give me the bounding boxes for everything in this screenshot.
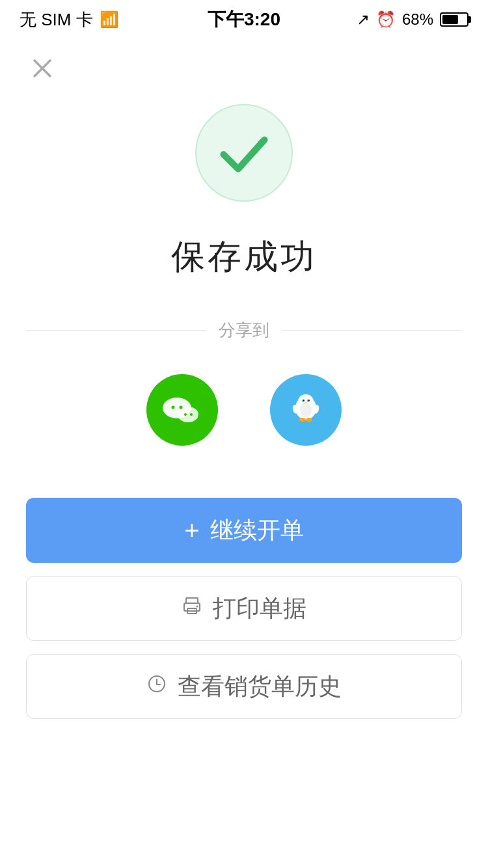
svg-point-13 bbox=[308, 400, 310, 401]
print-button[interactable]: 打印单据 bbox=[26, 576, 462, 641]
share-icons-row bbox=[146, 374, 342, 446]
status-bar: 无 SIM 卡 📶 下午3:20 ↗ ⏰ 68% bbox=[0, 0, 488, 39]
continue-label: 继续开单 bbox=[210, 515, 304, 547]
printer-icon bbox=[182, 595, 202, 621]
continue-button[interactable]: + 继续开单 bbox=[26, 498, 462, 563]
qq-share-button[interactable] bbox=[270, 374, 342, 446]
divider-right bbox=[282, 330, 462, 331]
wechat-icon bbox=[159, 387, 205, 433]
share-section: 分享到 bbox=[26, 319, 462, 446]
svg-point-5 bbox=[180, 406, 183, 409]
location-icon: ↗ bbox=[357, 10, 370, 29]
status-time: 下午3:20 bbox=[208, 7, 280, 32]
svg-rect-20 bbox=[186, 598, 198, 603]
svg-point-7 bbox=[190, 413, 193, 416]
history-button[interactable]: 查看销货单历史 bbox=[26, 654, 462, 719]
svg-point-6 bbox=[184, 413, 187, 416]
svg-point-17 bbox=[306, 418, 312, 422]
carrier-text: 无 SIM 卡 bbox=[20, 8, 93, 31]
battery-icon bbox=[440, 12, 468, 27]
svg-point-12 bbox=[303, 400, 305, 401]
battery-percentage: 68% bbox=[402, 10, 433, 29]
success-icon-circle bbox=[195, 104, 293, 202]
success-title: 保存成功 bbox=[171, 234, 317, 280]
svg-point-23 bbox=[197, 606, 198, 608]
status-left: 无 SIM 卡 📶 bbox=[20, 8, 119, 31]
alarm-icon: ⏰ bbox=[376, 10, 396, 29]
print-label: 打印单据 bbox=[213, 593, 306, 625]
wifi-icon: 📶 bbox=[100, 10, 119, 29]
share-label: 分享到 bbox=[219, 319, 269, 342]
svg-point-16 bbox=[299, 418, 306, 422]
checkmark-icon bbox=[215, 124, 273, 182]
close-button[interactable] bbox=[26, 52, 59, 85]
history-label: 查看销货单历史 bbox=[178, 671, 342, 703]
main-content: 保存成功 分享到 bbox=[0, 39, 488, 868]
share-divider-row: 分享到 bbox=[26, 319, 462, 342]
actions-section: + 继续开单 打印单据 查看销货单历史 bbox=[26, 498, 462, 719]
svg-point-3 bbox=[178, 407, 198, 422]
svg-point-15 bbox=[300, 403, 312, 417]
svg-point-4 bbox=[172, 406, 175, 409]
plus-icon: + bbox=[184, 517, 199, 543]
clock-icon bbox=[146, 673, 167, 699]
wechat-share-button[interactable] bbox=[146, 374, 218, 446]
qq-icon bbox=[286, 390, 326, 430]
divider-left bbox=[26, 330, 206, 331]
close-icon bbox=[31, 57, 54, 80]
status-right: ↗ ⏰ 68% bbox=[357, 10, 468, 29]
